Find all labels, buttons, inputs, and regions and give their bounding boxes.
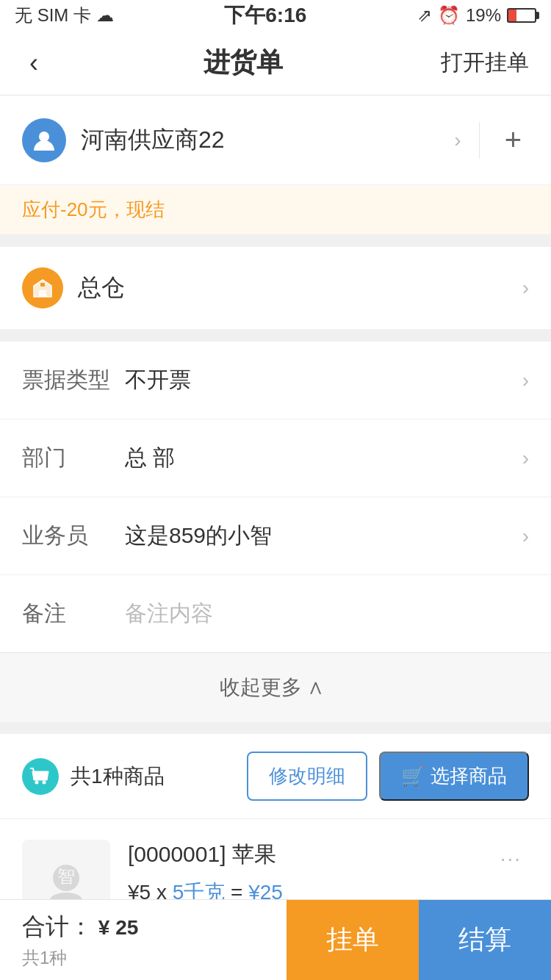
supplier-row[interactable]: 河南供应商22 › + [0, 96, 551, 185]
department-chevron-icon: › [522, 447, 529, 470]
alarm-icon: ⏰ [438, 5, 460, 26]
salesman-row[interactable]: 业务员 这是859的小智 › [0, 497, 551, 574]
warehouse-chevron-icon: › [522, 276, 529, 300]
hang-button[interactable]: 挂单 [287, 900, 419, 980]
product-name: [0000001] 苹果 [128, 840, 475, 870]
supplier-card: 河南供应商22 › + 应付-20元，现结 [0, 96, 551, 235]
open-hang-button[interactable]: 打开挂单 [441, 48, 529, 78]
department-label: 部门 [22, 443, 110, 473]
form-card: 票据类型 不开票 › 部门 总 部 › 业务员 这是859的小智 › 备注 备注… [0, 341, 551, 722]
warehouse-icon-wrap [22, 267, 63, 309]
cart-icon: 🛒 [401, 765, 425, 788]
svg-rect-2 [40, 283, 45, 287]
status-bar: 无 SIM 卡 ☁ 下午6:16 ⇗ ⏰ 19% [0, 0, 551, 31]
select-product-button[interactable]: 🛒 选择商品 [379, 752, 529, 801]
total-line: 合计： ¥ 25 [22, 911, 264, 943]
summary-label: 合计： [22, 913, 93, 940]
invoice-value: 不开票 [125, 365, 522, 395]
nav-bar: ‹ 进货单 打开挂单 [0, 31, 551, 96]
salesman-label: 业务员 [22, 521, 110, 551]
edit-detail-button[interactable]: 修改明细 [247, 752, 367, 801]
add-supplier-button[interactable]: + [497, 116, 529, 164]
department-value: 总 部 [125, 443, 522, 473]
sim-label: 无 SIM 卡 ☁ [15, 4, 114, 27]
warehouse-name: 总仓 [78, 272, 522, 304]
supplier-avatar [22, 118, 66, 162]
page-title: 进货单 [204, 45, 283, 81]
status-time: 下午6:16 [224, 1, 306, 29]
collapse-label: 收起更多 ∧ [220, 674, 325, 702]
products-header: 共1种商品 修改明细 🛒 选择商品 [0, 734, 551, 819]
svg-point-4 [43, 780, 46, 784]
salesman-value: 这是859的小智 [125, 521, 522, 551]
product-code: [0000001] 苹果 [128, 842, 276, 866]
bottom-bar: 合计： ¥ 25 共1种 挂单 结算 [0, 899, 551, 980]
invoice-label: 票据类型 [22, 365, 110, 395]
products-count: 共1种商品 [71, 763, 247, 790]
total-amount: ¥ 25 [98, 916, 139, 939]
supplier-chevron-icon: › [454, 129, 461, 152]
product-more-button[interactable]: ··· [493, 840, 529, 878]
back-button[interactable]: ‹ [22, 40, 46, 86]
vertical-divider [479, 122, 480, 159]
collapse-button[interactable]: 收起更多 ∧ [0, 652, 551, 722]
person-icon [31, 127, 57, 154]
svg-text:智: 智 [57, 866, 75, 886]
summary-count: 共1种 [22, 946, 264, 970]
salesman-chevron-icon: › [522, 525, 529, 548]
invoice-chevron-icon: › [522, 369, 529, 392]
supplier-notice: 应付-20元，现结 [0, 185, 551, 235]
main-content: 河南供应商22 › + 应付-20元，现结 总仓 › 票据类型 不开票 › [0, 96, 551, 980]
location-icon: ⇗ [417, 5, 432, 26]
svg-rect-1 [39, 290, 46, 297]
battery-label: 19% [466, 5, 501, 26]
shop-icon [29, 765, 51, 788]
remark-label: 备注 [22, 599, 110, 629]
products-icon-wrap [22, 758, 59, 795]
product-info: [0000001] 苹果 ¥5 x 5千克 = ¥25 [128, 840, 475, 907]
remark-input[interactable]: 备注内容 [125, 599, 529, 629]
bottom-summary: 合计： ¥ 25 共1种 [0, 900, 287, 980]
svg-point-0 [39, 131, 49, 142]
status-right: ⇗ ⏰ 19% [417, 5, 536, 26]
battery-icon [507, 8, 536, 23]
checkout-button[interactable]: 结算 [419, 900, 551, 980]
department-row[interactable]: 部门 总 部 › [0, 419, 551, 497]
status-left: 无 SIM 卡 ☁ [15, 4, 114, 27]
invoice-row[interactable]: 票据类型 不开票 › [0, 341, 551, 419]
supplier-name: 河南供应商22 [81, 124, 454, 156]
warehouse-icon [32, 277, 54, 299]
warehouse-card[interactable]: 总仓 › [0, 247, 551, 329]
svg-point-3 [35, 780, 39, 784]
remark-row[interactable]: 备注 备注内容 [0, 574, 551, 652]
warehouse-row[interactable]: 总仓 › [0, 247, 551, 329]
